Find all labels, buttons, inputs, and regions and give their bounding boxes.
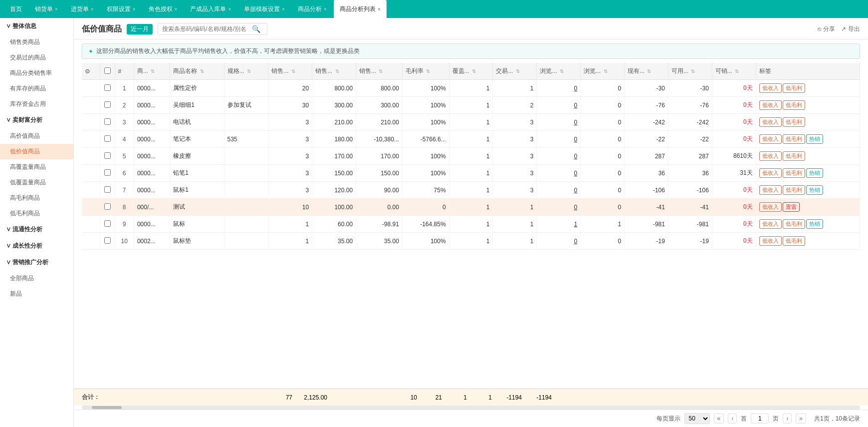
close-icon[interactable]: × [91,6,94,12]
nav-home[interactable]: 首页 [4,0,28,18]
table-row: 3 0000... 电话机 3 210.00 210.00 100% 1 3 0… [82,114,860,131]
row-num: 10 [115,233,134,250]
close-icon[interactable]: × [324,6,327,12]
first-page-button[interactable]: « [714,414,724,424]
sidebar-group-marketing[interactable]: ∨ 营销推广分析 [0,254,73,271]
nav-finished-goods[interactable]: 产成品入库单 × [184,0,237,18]
row-gear [82,216,100,233]
row-name: 吴细细1 [170,97,224,114]
page-number-input[interactable] [751,414,769,424]
nav-permissions[interactable]: 权限设置 × [101,0,142,18]
sidebar-item-traded-goods[interactable]: 交易过的商品 [0,50,73,65]
row-sellable: 0天 [712,233,756,250]
sidebar-item-stock-goods[interactable]: 有库存的商品 [0,81,73,96]
search-input[interactable] [162,25,252,32]
sidebar-item-stock-capital[interactable]: 库存资金占用 [0,96,73,112]
row-gear [82,97,100,114]
table-row: 8 000/... 测试 10 100.00 0.00 0 1 1 0 0 -4… [82,199,860,216]
sidebar-item-high-profit[interactable]: 高毛利商品 [0,190,73,206]
close-icon[interactable]: × [378,6,381,12]
row-checkbox[interactable] [104,118,111,125]
row-avail: 287 [668,148,712,165]
sidebar-item-low-coverage[interactable]: 低覆盖量商品 [0,175,73,190]
row-code: 000/... [134,199,170,216]
row-code: 0000... [134,182,170,199]
page-label: 首 [741,415,747,423]
row-trade: 1 [493,216,537,233]
tag-badge: 置雷 [783,202,800,212]
row-checkbox[interactable] [104,237,111,244]
close-icon[interactable]: × [55,6,58,12]
row-name: 鼠标1 [170,182,224,199]
sidebar-item-all-goods[interactable]: 全部商品 [0,271,73,286]
next-page-button[interactable]: › [783,414,792,424]
row-checkbox[interactable] [104,186,111,193]
close-icon[interactable]: × [228,6,231,12]
close-icon[interactable]: × [175,6,178,12]
row-checkbox[interactable] [104,152,111,159]
row-checkbox[interactable] [104,101,111,108]
col-sellable: 可销... ⇅ [712,63,756,80]
row-margin: 100% [402,114,449,131]
row-code: 0002... [134,233,170,250]
sidebar-item-sales-goods[interactable]: 销售类商品 [0,34,73,50]
row-checkbox-cell [100,131,115,148]
row-qty: 30 [268,97,312,114]
close-icon[interactable]: × [133,6,136,12]
settings-icon[interactable]: ⚙ [85,68,90,75]
share-icon: ⎋ [818,25,821,32]
sidebar-item-low-profit[interactable]: 低毛利商品 [0,206,73,221]
row-checkbox[interactable] [104,135,111,142]
row-checkbox[interactable] [104,84,111,91]
row-gear [82,165,100,182]
nav-template[interactable]: 单据模板设置 × [238,0,291,18]
row-gear [82,114,100,131]
row-sellable: 0天 [712,97,756,114]
nav-sales[interactable]: 销货单 × [29,0,64,18]
row-checkbox[interactable] [104,220,111,227]
total-records-label: 共1页，10条记录 [814,415,860,423]
sidebar-item-high-coverage[interactable]: 高覆盖量商品 [0,159,73,175]
sidebar-group-overall[interactable]: ∨ 整体信息 [0,18,73,34]
time-filter-button[interactable]: 近一月 [127,24,153,34]
row-gear [82,131,100,148]
sidebar-item-category-sales[interactable]: 商品分类销售率 [0,65,73,81]
nav-product-analysis[interactable]: 商品分析 × [292,0,333,18]
row-num: 2 [115,97,134,114]
sidebar-item-low-value[interactable]: 低价值商品 [0,144,73,159]
row-checkbox-cell [100,199,115,216]
row-browse1: 0 [537,114,581,131]
sidebar-item-high-value[interactable]: 高价值商品 [0,128,73,144]
sidebar-group-growth[interactable]: ∨ 成长性分析 [0,238,73,254]
row-sellable: 8610天 [712,148,756,165]
row-gear [82,148,100,165]
row-checkbox[interactable] [104,169,111,176]
prev-page-button[interactable]: ‹ [728,414,737,424]
row-spec [224,114,268,131]
tag-badge: 低毛利 [783,236,805,246]
row-margin: 0 [402,199,449,216]
sidebar-group-circulation[interactable]: ∨ 流通性分析 [0,221,73,238]
nav-purchase[interactable]: 进货单 × [65,0,100,18]
export-button[interactable]: ↗ 导出 [841,25,860,33]
row-spec [224,199,268,216]
tag-badge: 低收入 [759,134,782,144]
row-cover: 1 [449,97,493,114]
nav-product-analysis-list[interactable]: 商品分析列表 × [334,0,387,18]
row-browse1: 0 [537,233,581,250]
row-browse2: 0 [581,114,625,131]
sidebar-group-wealth[interactable]: ∨ 卖财富分析 [0,112,73,128]
close-icon[interactable]: × [282,6,285,12]
nav-roles[interactable]: 角色授权 × [143,0,184,18]
row-stock: -76 [625,97,668,114]
page-size-select[interactable]: 20 50 100 [684,413,710,424]
last-page-button[interactable]: » [796,414,806,424]
sidebar-item-new-goods[interactable]: 新品 [0,286,73,302]
share-button[interactable]: ⎋ 分享 [818,25,835,33]
search-icon[interactable]: 🔍 [252,25,260,33]
row-stock: -106 [625,182,668,199]
row-checkbox-cell [100,182,115,199]
select-all-checkbox[interactable] [104,67,111,74]
row-checkbox[interactable] [104,203,111,210]
page-size-label: 每页显示 [656,415,680,423]
